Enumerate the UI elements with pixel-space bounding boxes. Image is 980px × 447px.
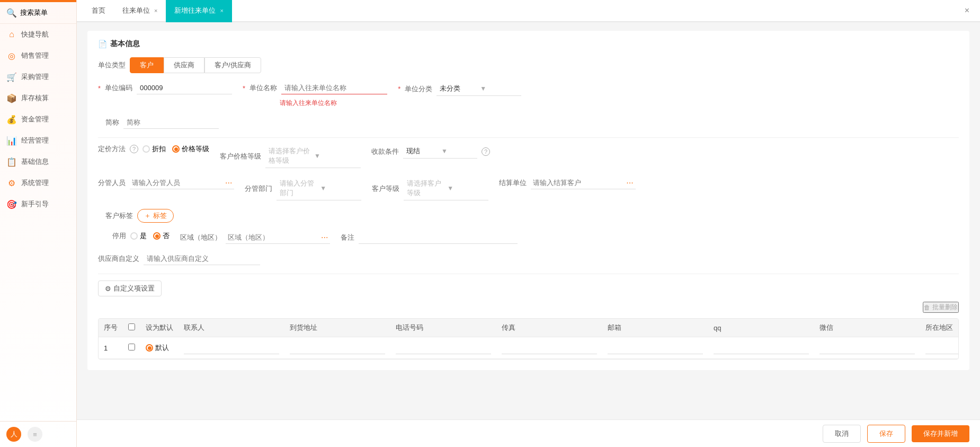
dept-placeholder: 请输入分管部门 — [280, 179, 318, 198]
pricing-help-icon[interactable]: ? — [130, 145, 138, 153]
tags-group: 客户标签 ＋ 标签 — [98, 209, 174, 223]
remark-input[interactable] — [359, 231, 518, 244]
name-input[interactable] — [281, 82, 387, 94]
unit-type-supplier-btn[interactable]: 供应商 — [164, 57, 204, 73]
address-input[interactable] — [290, 341, 385, 354]
sidebar-item-system[interactable]: ⚙ 系统管理 — [0, 172, 76, 194]
code-input[interactable] — [137, 82, 232, 94]
row-email — [602, 337, 708, 359]
tab-partner-list-label: 往来单位 — [122, 6, 150, 15]
sidebar-item-operations[interactable]: 📊 经营管理 — [0, 130, 76, 151]
remark-label: 备注 — [341, 233, 354, 242]
pricing-radio-discount[interactable]: 折扣 — [142, 144, 166, 154]
sidebar-item-guide[interactable]: 🎯 新手引导 — [0, 194, 76, 215]
manager-group: 分管人员 ··· — [98, 177, 234, 189]
add-tag-icon: ＋ — [144, 211, 151, 221]
tab-home-label: 首页 — [92, 6, 105, 15]
unit-type-both-btn[interactable]: 客户/供应商 — [204, 57, 261, 73]
manager-input-wrapper: ··· — [130, 177, 234, 189]
code-name-category-row: * 单位编码 * 单位名称 请输入往来单位名称 * 单位分类 — [98, 82, 959, 108]
short-name-input[interactable] — [123, 116, 219, 129]
sidebar-item-inventory[interactable]: 📦 库存核算 — [0, 87, 76, 109]
custom-settings-label: 自定义项设置 — [113, 284, 155, 293]
discount-radio-label: 折扣 — [152, 144, 166, 154]
save-new-button[interactable]: 保存并新增 — [912, 425, 969, 442]
customer-level-arrow-icon: ▼ — [447, 185, 485, 192]
name-error-tip: 请输入往来单位名称 — [280, 99, 337, 107]
pricing-radio-grade[interactable]: 价格等级 — [172, 144, 209, 154]
disabled-no-radio[interactable]: 否 — [153, 231, 170, 241]
sidebar-item-quick-nav[interactable]: ⌂ 快捷导航 — [0, 24, 76, 45]
tabbar-close-btn[interactable]: × — [960, 6, 974, 15]
wechat-input[interactable] — [819, 341, 915, 354]
grade-radio-circle — [172, 145, 180, 153]
bottom-bar: 取消 保存 保存并新增 — [77, 419, 980, 447]
unit-type-label: 单位类型 — [98, 60, 126, 70]
sidebar-item-sales[interactable]: ◎ 销售管理 — [0, 45, 76, 66]
batch-delete-btn[interactable]: 🗑 批量删除 — [923, 302, 959, 313]
area-dots-btn[interactable]: ··· — [319, 233, 330, 242]
category-select[interactable]: 未分类 ▼ — [436, 82, 521, 96]
fax-input[interactable] — [502, 341, 597, 354]
row-checkbox[interactable] — [128, 344, 135, 350]
finance-icon: 💰 — [6, 114, 17, 125]
unit-type-customer-btn[interactable]: 客户 — [130, 57, 164, 73]
tab-home[interactable]: 首页 — [83, 0, 114, 22]
payment-help-icon[interactable]: ? — [482, 147, 490, 156]
dept-label: 分管部门 — [245, 184, 272, 194]
settlement-group: 结算单位 ··· — [499, 177, 635, 189]
yes-radio-label: 是 — [140, 231, 147, 241]
tab-partner-list[interactable]: 往来单位 × — [114, 0, 166, 22]
pricing-radio-group: 折扣 价格等级 — [142, 144, 209, 154]
contact-input[interactable] — [184, 341, 279, 354]
save-button[interactable]: 保存 — [867, 425, 905, 443]
dept-select[interactable]: 请输入分管部门 ▼ — [277, 177, 361, 200]
table-select-all[interactable] — [128, 323, 135, 330]
sidebar-search[interactable]: 🔍 搜索菜单 — [0, 2, 76, 24]
email-input[interactable] — [608, 341, 703, 354]
row-contact — [179, 337, 284, 359]
payment-select[interactable]: 现结 ▼ — [403, 144, 477, 159]
tab-partner-list-close[interactable]: × — [154, 7, 157, 14]
disabled-yes-radio[interactable]: 是 — [130, 231, 147, 241]
supplier-custom-label: 供应商自定义 — [98, 254, 139, 264]
supplier-custom-group: 供应商自定义 — [98, 252, 260, 265]
home-icon: ⌂ — [6, 29, 17, 40]
sidebar-item-finance[interactable]: 💰 资金管理 — [0, 109, 76, 130]
tab-new-partner[interactable]: 新增往来单位 × — [166, 0, 231, 22]
supplier-custom-input[interactable] — [144, 252, 260, 265]
row-default-radio[interactable]: 默认 — [146, 343, 173, 353]
customer-price-select[interactable]: 请选择客户价格等级 ▼ — [265, 144, 361, 168]
manager-dots-btn[interactable]: ··· — [223, 178, 234, 188]
custom-settings-btn[interactable]: ⚙ 自定义项设置 — [98, 281, 162, 296]
add-tag-label: 标签 — [153, 211, 167, 221]
phone-input[interactable] — [396, 341, 491, 354]
sidebar-item-purchase[interactable]: 🛒 采购管理 — [0, 66, 76, 87]
customer-level-select[interactable]: 请选择客户等级 ▼ — [404, 177, 488, 200]
region-input[interactable] — [925, 341, 959, 354]
qq-input[interactable] — [714, 341, 809, 354]
settlement-dots-btn[interactable]: ··· — [624, 178, 635, 188]
sidebar-item-base-info[interactable]: 📋 基础信息 — [0, 151, 76, 172]
category-arrow-icon: ▼ — [480, 85, 518, 92]
settlement-input[interactable] — [531, 177, 624, 189]
content-area: 📄 基本信息 单位类型 客户 供应商 客户/供应商 * 单位编码 — [77, 22, 980, 419]
menu-icon[interactable]: ≡ — [28, 427, 42, 442]
name-label: 单位名称 — [250, 83, 277, 93]
unit-type-row: 单位类型 客户 供应商 客户/供应商 — [98, 57, 959, 73]
manager-label: 分管人员 — [98, 178, 126, 188]
row-wechat — [814, 337, 920, 359]
manager-input[interactable] — [130, 177, 223, 189]
row-phone — [390, 337, 496, 359]
tags-row: 客户标签 ＋ 标签 — [98, 209, 959, 223]
user-avatar[interactable]: 人 — [6, 427, 21, 442]
area-input[interactable] — [226, 231, 319, 243]
settlement-label: 结算单位 — [499, 178, 527, 188]
gear-icon: ⚙ — [105, 285, 111, 293]
sidebar-label-inventory: 库存核算 — [21, 93, 49, 103]
th-default: 设为默认 — [140, 319, 179, 337]
add-tag-btn[interactable]: ＋ 标签 — [137, 209, 174, 223]
tab-new-partner-close[interactable]: × — [220, 7, 223, 14]
cancel-button[interactable]: 取消 — [823, 425, 861, 443]
row-address — [284, 337, 390, 359]
